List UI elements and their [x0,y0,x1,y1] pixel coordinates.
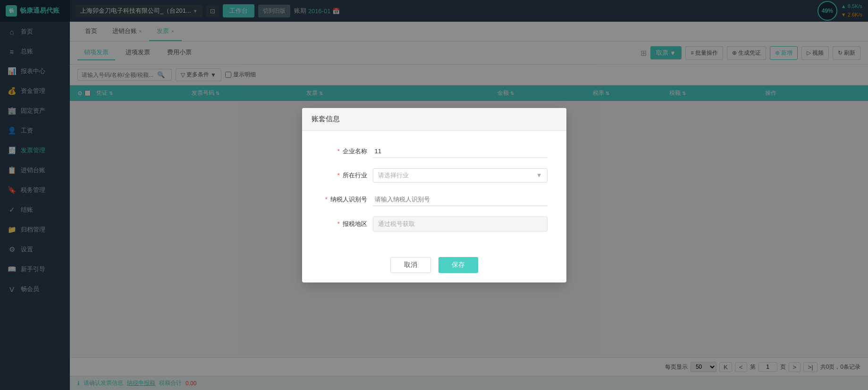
save-button[interactable]: 保存 [438,257,478,273]
modal-dialog: 账套信息 * 企业名称 * 所在行业 请选择行业 ▼ [302,108,566,282]
tax-region-label: * 报税地区 [321,220,373,228]
form-row-company: * 企业名称 [321,145,548,158]
form-row-tax-id: * 纳税人识别号 [321,193,548,206]
tax-region-display: 通过税号获取 [373,216,548,232]
form-row-industry: * 所在行业 请选择行业 ▼ [321,168,548,183]
industry-select[interactable]: 请选择行业 ▼ [373,168,548,183]
company-name-label: * 企业名称 [321,147,373,156]
modal-header: 账套信息 [302,108,566,131]
cancel-button[interactable]: 取消 [390,257,431,273]
tax-id-input[interactable] [373,193,548,206]
modal-footer: 取消 保存 [302,251,566,282]
tax-id-label: * 纳税人识别号 [321,195,373,204]
modal-body: * 企业名称 * 所在行业 请选择行业 ▼ * 纳 [302,131,566,251]
modal-overlay: 账套信息 * 企业名称 * 所在行业 请选择行业 ▼ [0,0,868,390]
form-row-tax-region: * 报税地区 通过税号获取 [321,216,548,232]
company-name-input[interactable] [373,145,548,158]
industry-label: * 所在行业 [321,171,373,180]
chevron-down-icon: ▼ [536,172,542,179]
